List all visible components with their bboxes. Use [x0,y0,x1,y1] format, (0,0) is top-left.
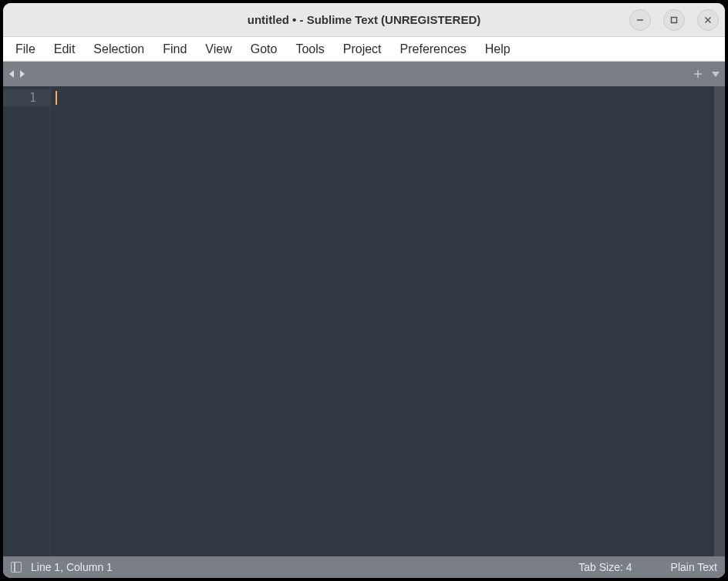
menu-find[interactable]: Find [153,39,196,59]
close-button[interactable] [697,9,719,31]
tabbar [3,62,725,86]
close-icon [703,15,713,25]
cursor-position[interactable]: Line 1, Column 1 [31,561,113,573]
editor-area: 1 [3,86,725,556]
syntax-selector[interactable]: Plain Text [671,561,717,573]
chevron-down-icon [711,70,720,78]
panel-toggle-icon[interactable] [11,562,22,573]
menu-preferences[interactable]: Preferences [391,39,476,59]
tab-nav [8,69,26,79]
menubar: File Edit Selection Find View Goto Tools… [3,37,725,62]
tab-dropdown-button[interactable] [711,70,720,78]
new-tab-button[interactable] [693,69,703,79]
line-number: 1 [3,89,50,106]
gutter: 1 [3,86,51,556]
titlebar: untitled • - Sublime Text (UNREGISTERED) [3,3,725,37]
menu-selection[interactable]: Selection [84,39,153,59]
vertical-scrollbar[interactable] [714,86,725,556]
plus-icon [693,69,703,79]
sublime-window: untitled • - Sublime Text (UNREGISTERED)… [3,3,725,578]
svg-marker-4 [9,70,14,78]
menu-project[interactable]: Project [334,39,391,59]
minimize-button[interactable] [629,9,651,31]
menu-tools[interactable]: Tools [286,39,333,59]
menu-file[interactable]: File [6,39,45,59]
status-left: Line 1, Column 1 [11,561,113,573]
menu-help[interactable]: Help [476,39,520,59]
tab-actions [693,69,720,79]
menu-edit[interactable]: Edit [45,39,85,59]
chevron-left-icon [8,69,15,79]
menu-goto[interactable]: Goto [241,39,287,59]
window-controls [629,9,719,31]
maximize-icon [669,15,679,25]
text-cursor [56,91,57,105]
maximize-button[interactable] [663,9,685,31]
editor-content[interactable] [51,86,714,556]
status-right: Tab Size: 4 Plain Text [578,561,717,573]
svg-rect-1 [672,17,677,22]
statusbar: Line 1, Column 1 Tab Size: 4 Plain Text [3,556,725,578]
svg-marker-8 [712,72,720,77]
window-title: untitled • - Sublime Text (UNREGISTERED) [248,13,480,26]
tab-prev-button[interactable] [8,69,15,79]
minimize-icon [635,15,645,25]
chevron-right-icon [19,69,26,79]
tab-next-button[interactable] [19,69,26,79]
menu-view[interactable]: View [196,39,241,59]
svg-marker-5 [20,70,25,78]
tab-size-selector[interactable]: Tab Size: 4 [578,561,632,573]
